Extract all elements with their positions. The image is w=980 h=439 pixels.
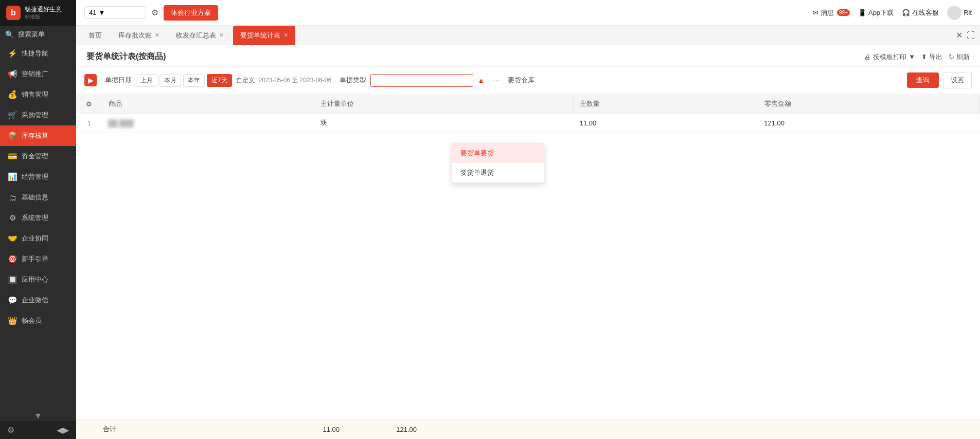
sidebar-item-guide[interactable]: 🎯 新手引导 [0,249,76,269]
tab-home[interactable]: 首页 [81,26,109,45]
type-filter-label: 单据类型 [340,76,366,85]
date-btn-year[interactable]: 本年 [183,74,205,87]
system-icon: ⚙ [7,213,17,223]
tab-batch-account[interactable]: 库存批次账 ✕ [111,26,167,45]
filter-bar: ▶ 单据日期 上月 本月 本年 近7天 自定义 2023-05-06 至 202… [76,67,980,94]
col-unit: 主计量单位 [314,94,574,114]
service-icon: 🎧 [902,9,910,16]
date-btn-week7[interactable]: 近7天 [207,74,232,87]
sidebar-item-label: 企业微信 [22,296,48,305]
tabs-bar: 首页 库存批次账 ✕ 收发存汇总表 ✕ 要货单统计表 ✕ ✕ ⛶ [76,26,980,45]
message-icon: ✉ [813,9,818,16]
message-button[interactable]: ✉ 消息 99+ [813,8,850,17]
col-settings[interactable]: ⚙ [76,94,102,114]
sidebar-item-system[interactable]: ⚙ 系统管理 [0,208,76,228]
wechat-icon: 💬 [7,295,17,305]
sidebar-item-label: 基础信息 [22,193,48,202]
sidebar-item-operation[interactable]: 📊 经营管理 [0,167,76,187]
settings-button[interactable]: 设置 [943,72,972,88]
search-icon: 🔍 [5,30,14,39]
filter-more-dots[interactable]: ··· [493,76,500,85]
tab-receive-summary[interactable]: 收发存汇总表 ✕ [169,26,231,45]
date-btn-current-month[interactable]: 本月 [159,74,181,87]
sidebar-item-finance[interactable]: 💳 资金管理 [0,146,76,167]
dropdown-item-order-goods[interactable]: 要货单要货 [452,143,544,163]
row-amount: 121.00 [758,114,979,132]
dropdown-item-order-return[interactable]: 要货单退货 [452,163,544,182]
sidebar-item-basic[interactable]: 🗂 基础信息 [0,187,76,208]
sidebar-item-label: 快捷导航 [22,49,48,58]
query-button[interactable]: 查询 [907,72,939,88]
date-shortcuts: 上月 本月 本年 近7天 [136,74,232,87]
table-footer: 合计 11.00 121.00 [76,419,980,439]
date-range-display: 2023-05-06 至 2023-06-06 [259,76,331,85]
message-label: 消息 [821,8,834,17]
sidebar-item-label: 畅会员 [22,316,42,325]
tab-close-icon[interactable]: ✕ [155,32,159,39]
tab-maximize-icon[interactable]: ⛶ [967,31,975,40]
store-number: 41 [89,9,96,16]
sidebar-item-label: 采购管理 [22,111,48,120]
sidebar-item-label: 销售管理 [22,90,48,99]
settings-icon[interactable]: ⚙ [7,425,14,435]
trial-button[interactable]: 体验行业方案 [164,5,218,21]
user-menu[interactable]: Rit [947,6,972,20]
tab-order-stat[interactable]: 要货单统计表 ✕ [233,26,295,45]
sidebar-scroll-down[interactable]: ▼ [0,411,76,421]
sidebar-item-label: 企业协同 [22,234,48,243]
sidebar-item-label: 系统管理 [22,213,48,223]
search-menu[interactable]: 🔍 搜索菜单 [0,26,76,43]
row-index: 1 [76,114,102,132]
sidebar-item-appstore[interactable]: 🔲 应用中心 [0,269,76,290]
sidebar-item-member[interactable]: 👑 畅会员 [0,310,76,331]
refresh-button[interactable]: ↻ 刷新 [949,52,970,62]
type-dropdown-arrow[interactable]: ▲ [477,76,485,84]
date-btn-last-month[interactable]: 上月 [136,74,157,87]
tab-close-icon[interactable]: ✕ [219,32,224,39]
type-filter-input[interactable] [370,74,473,87]
sales-icon: 💰 [7,89,17,100]
gear-icon[interactable]: ⚙ [151,8,158,17]
chevron-down-icon: ▼ [98,9,105,16]
sidebar-item-label: 库存核算 [22,131,48,140]
app-download-button[interactable]: 📱 App下载 [858,8,894,17]
tab-batch-account-label: 库存批次账 [118,31,152,40]
sidebar-item-label: 新手引导 [22,254,48,264]
dropdown-item-label: 要货单要货 [460,149,494,157]
store-selector[interactable]: 41 ▼ [84,6,146,19]
enterprise-icon: 🤝 [7,233,17,244]
top-header: 41 ▼ ⚙ 体验行业方案 ✉ 消息 99+ 📱 App下载 🎧 在线客服 R [76,0,980,26]
print-button[interactable]: 🖨 按模板打印 ▼ [864,52,915,62]
header-right: ✉ 消息 99+ 📱 App下载 🎧 在线客服 Rit [813,6,972,20]
sidebar-nav: ⚡ 快捷导航 📢 营销推广 💰 销售管理 🛒 采购管理 📦 库存核算 💳 资金管… [0,43,76,411]
sidebar-item-label: 营销推广 [22,69,48,79]
appstore-icon: 🔲 [7,275,17,285]
search-menu-label: 搜索菜单 [18,30,45,39]
type-filter-group: 单据类型 ▲ [340,74,485,87]
refresh-icon: ↻ [949,53,954,61]
export-button[interactable]: ⬆ 导出 [921,52,942,62]
sidebar-item-purchase[interactable]: 🛒 采购管理 [0,105,76,125]
app-brand-text: 畅捷通好生意 标准版 [25,6,62,21]
footer-qty: 11.00 [247,426,350,433]
finance-icon: 💳 [7,151,17,161]
sidebar-item-wechat[interactable]: 💬 企业微信 [0,290,76,310]
print-icon: 🖨 [864,53,871,61]
dropdown-item-label: 要货单退货 [460,169,494,176]
sidebar-item-marketing[interactable]: 📢 营销推广 [0,64,76,84]
tab-close-all-icon[interactable]: ✕ [956,30,963,40]
filter-expand-button[interactable]: ▶ [84,74,97,86]
sidebar-item-sales[interactable]: 💰 销售管理 [0,84,76,105]
sidebar-collapse-icon[interactable]: ◀▶ [57,425,69,435]
page-title: 要货单统计表(按商品) [86,51,166,62]
custom-date-label[interactable]: 自定义 [236,76,255,85]
page-body: 要货单统计表(按商品) 🖨 按模板打印 ▼ ⬆ 导出 ↻ 刷新 ▶ [76,45,980,439]
online-service-button[interactable]: 🎧 在线客服 [902,8,939,17]
row-product: ██ ███ [102,114,314,132]
sidebar-item-label: 经营管理 [22,172,48,181]
table-header-row: ⚙ 商品 主计量单位 主数量 零售金额 [76,94,980,114]
sidebar-item-inventory[interactable]: 📦 库存核算 [0,125,76,146]
sidebar-item-quick-nav[interactable]: ⚡ 快捷导航 [0,43,76,64]
sidebar-item-enterprise[interactable]: 🤝 企业协同 [0,228,76,249]
tab-close-icon[interactable]: ✕ [283,32,288,39]
